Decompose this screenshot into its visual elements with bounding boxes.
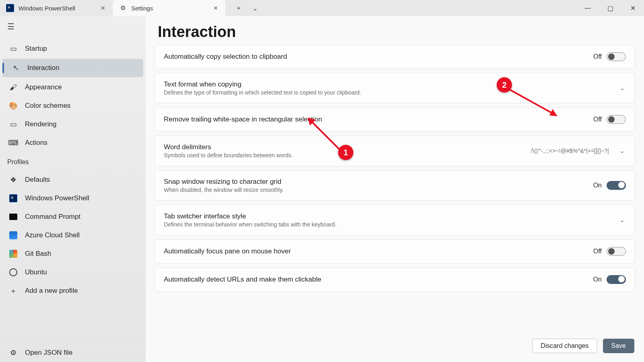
setting-detect-urls[interactable]: Automatically detect URLs and make them …: [155, 267, 635, 292]
page-footer: Discard changes Save: [146, 333, 644, 362]
toggle-switch[interactable]: [607, 181, 626, 190]
cmd-icon: [9, 212, 18, 221]
maximize-button[interactable]: ▢: [599, 0, 621, 16]
sidebar-item-label: Defaults: [25, 176, 50, 184]
sidebar-item-label: Appearance: [25, 83, 62, 91]
toggle-state-label: Off: [593, 53, 602, 60]
interaction-icon: ↖: [11, 64, 20, 72]
close-icon[interactable]: ✕: [99, 4, 107, 12]
setting-snap-grid[interactable]: Snap window resizing to character grid W…: [155, 170, 635, 201]
plus-icon: ＋: [9, 286, 18, 295]
sidebar-item-appearance[interactable]: 🖌 Appearance: [0, 78, 146, 97]
setting-title: Text format when copying: [164, 80, 612, 88]
toggle-state-label: Off: [593, 248, 602, 255]
sidebar-profile-azure[interactable]: Azure Cloud Shell: [0, 226, 146, 245]
powershell-icon: [9, 194, 18, 203]
setting-description: Symbols used to define boundaries betwee…: [164, 152, 524, 158]
sidebar-item-label: Open JSON file: [25, 349, 72, 357]
setting-title: Remove trailing white-space in rectangul…: [164, 115, 587, 123]
sidebar-profile-defaults[interactable]: ❖ Defaults: [0, 171, 146, 189]
ubuntu-icon: [9, 268, 18, 277]
toggle-state-label: On: [593, 182, 602, 189]
toggle-switch[interactable]: [607, 275, 626, 284]
window-controls: — ▢ ✕: [576, 0, 644, 16]
sidebar-profile-gitbash[interactable]: Git Bash: [0, 245, 146, 263]
appearance-icon: 🖌: [9, 83, 18, 92]
profiles-header: Profiles: [0, 152, 146, 168]
tabstrip-controls: ＋ ⌄: [225, 0, 261, 16]
page-title: Interaction: [146, 16, 644, 45]
main-panel: Interaction Automatically copy selection…: [146, 16, 644, 362]
chevron-down-icon: ⌄: [619, 148, 626, 154]
discard-button[interactable]: Discard changes: [532, 339, 597, 353]
setting-text-format[interactable]: Text format when copying Defines the typ…: [155, 73, 635, 103]
sidebar-item-label: Color schemes: [25, 102, 70, 110]
tab-label: Settings: [131, 5, 153, 12]
setting-value: /\()"'-.,:;<>~!@#$%^&*|+=[]{}~?|: [531, 148, 609, 154]
setting-title: Automatically detect URLs and make them …: [164, 276, 587, 284]
setting-title: Snap window resizing to character grid: [164, 178, 587, 186]
setting-auto-copy[interactable]: Automatically copy selection to clipboar…: [155, 45, 635, 69]
setting-title: Automatically focus pane on mouse hover: [164, 247, 587, 255]
sidebar-item-color-schemes[interactable]: 🎨 Color schemes: [0, 97, 146, 115]
sidebar: ☰ ▭ Startup ↖ Interaction 🖌 Appearance 🎨…: [0, 16, 146, 362]
sidebar-add-profile[interactable]: ＋ Add a new profile: [0, 282, 146, 300]
close-icon[interactable]: ✕: [212, 4, 220, 12]
settings-list: Automatically copy selection to clipboar…: [146, 45, 644, 333]
sidebar-item-label: Interaction: [27, 64, 59, 72]
sidebar-profile-powershell[interactable]: Windows PowerShell: [0, 189, 146, 208]
gear-icon: ⚙: [118, 4, 127, 12]
sidebar-item-label: Add a new profile: [25, 287, 78, 295]
setting-title: Tab switcher interface style: [164, 212, 612, 220]
color-schemes-icon: 🎨: [9, 101, 18, 110]
sidebar-item-label: Git Bash: [25, 250, 51, 258]
sidebar-item-label: Azure Cloud Shell: [25, 231, 80, 239]
minimize-button[interactable]: —: [576, 0, 599, 16]
setting-word-delimiters[interactable]: Word delimiters Symbols used to define b…: [155, 136, 635, 166]
hamburger-button[interactable]: ☰: [0, 16, 146, 37]
tab-dropdown-button[interactable]: ⌄: [249, 2, 261, 14]
toggle-switch[interactable]: [607, 52, 626, 61]
tab-powershell[interactable]: Windows PowerShell ✕: [0, 0, 113, 16]
toggle-state-label: Off: [593, 116, 602, 123]
tab-label: Windows PowerShell: [19, 5, 75, 12]
sidebar-item-label: Windows PowerShell: [25, 194, 89, 202]
setting-description: Defines the type of formatting in which …: [164, 89, 612, 96]
sidebar-item-startup[interactable]: ▭ Startup: [0, 39, 146, 58]
toggle-switch[interactable]: [607, 115, 626, 124]
sidebar-item-label: Rendering: [25, 120, 56, 128]
git-icon: [9, 249, 18, 258]
powershell-icon: [6, 4, 14, 12]
close-window-button[interactable]: ✕: [621, 0, 644, 16]
setting-title: Automatically copy selection to clipboar…: [164, 53, 587, 61]
setting-focus-hover[interactable]: Automatically focus pane on mouse hover …: [155, 239, 635, 263]
save-button[interactable]: Save: [603, 339, 634, 353]
sidebar-item-interaction[interactable]: ↖ Interaction: [2, 59, 143, 77]
sidebar-profile-cmd[interactable]: Command Prompt: [0, 208, 146, 226]
new-tab-button[interactable]: ＋: [233, 2, 245, 14]
sidebar-item-rendering[interactable]: ▭ Rendering: [0, 115, 146, 134]
sidebar-item-label: Actions: [25, 139, 47, 147]
sidebar-item-actions[interactable]: ⌨ Actions: [0, 134, 146, 152]
sidebar-item-label: Ubuntu: [25, 268, 47, 276]
title-bar: Windows PowerShell ✕ ⚙ Settings ✕ ＋ ⌄ — …: [0, 0, 644, 16]
startup-icon: ▭: [9, 44, 18, 53]
sidebar-item-label: Startup: [25, 45, 47, 53]
setting-trim-whitespace[interactable]: Remove trailing white-space in rectangul…: [155, 107, 635, 132]
defaults-icon: ❖: [9, 175, 18, 184]
chevron-down-icon: ⌄: [619, 217, 626, 223]
setting-description: Defines the terminal behavior when switc…: [164, 221, 612, 228]
sidebar-item-label: Command Prompt: [25, 213, 80, 221]
setting-description: When disabled, the window will resize sm…: [164, 187, 587, 193]
toggle-switch[interactable]: [607, 247, 626, 256]
setting-title: Word delimiters: [164, 143, 524, 151]
actions-icon: ⌨: [9, 138, 18, 147]
gear-icon: ⚙: [9, 348, 18, 357]
azure-icon: [9, 231, 18, 240]
chevron-down-icon: ⌄: [619, 85, 626, 91]
toggle-state-label: On: [593, 276, 602, 283]
sidebar-open-json[interactable]: ⚙ Open JSON file: [0, 343, 146, 362]
setting-tab-switcher[interactable]: Tab switcher interface style Defines the…: [155, 205, 635, 235]
sidebar-profile-ubuntu[interactable]: Ubuntu: [0, 263, 146, 282]
tab-settings[interactable]: ⚙ Settings ✕: [113, 0, 225, 16]
